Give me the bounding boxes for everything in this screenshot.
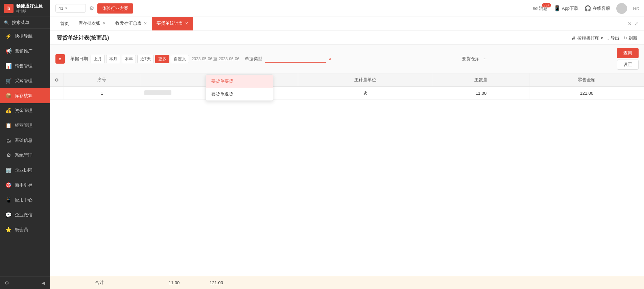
custom-btn[interactable]: 自定义	[171, 55, 189, 63]
topbar-gear-icon[interactable]: ⚙	[89, 5, 94, 12]
dropdown-item-order-return[interactable]: 要货单退货	[206, 88, 273, 101]
refresh-icon: ↻	[623, 36, 627, 41]
table-header-row: ⚙ 序号 商品 主计量单位 主数量 零售金额	[50, 73, 644, 87]
sidebar-logo: b 畅捷通好生意 标准版	[0, 0, 50, 17]
filter-settings-btn[interactable]: 设置	[617, 60, 639, 70]
date-btns: 上月 本月 本年 近7天 更多 自定义	[91, 55, 189, 63]
tab-receive-summary[interactable]: 收发存汇总表 ✕	[111, 17, 152, 30]
app-icon: 📱	[554, 5, 560, 12]
online-service-btn[interactable]: 🎧 在线客服	[585, 5, 610, 12]
sidebar-item-member[interactable]: ⭐ 畅会员	[0, 222, 50, 237]
industry-btn[interactable]: 体验行业方案	[97, 3, 133, 14]
sidebar-item-quick-nav[interactable]: ⚡ 快捷导航	[0, 29, 50, 44]
tab-order-stats[interactable]: 要货单统计表 ✕	[152, 17, 193, 30]
table-row: 1 块 11.00 121.00	[50, 87, 644, 100]
table-area: ⚙ 序号 商品 主计量单位 主数量 零售金额 1	[50, 73, 644, 276]
th-num: 序号	[64, 73, 140, 87]
sidebar-item-app-center[interactable]: 📱 应用中心	[0, 193, 50, 207]
td-amount: 121.00	[529, 87, 644, 100]
app-center-icon: 📱	[5, 196, 12, 204]
sidebar-item-guide[interactable]: 🎯 新手引导	[0, 178, 50, 193]
main-area: 41 ▾ ⚙ 体验行业方案 ✉ 消息 99+ 📱 App下载 🎧 在线客服 Ri…	[50, 0, 644, 289]
tab-inventory-batch[interactable]: 库存批次账 ✕	[74, 17, 111, 30]
guide-icon: 🎯	[5, 181, 12, 189]
expand-icon[interactable]: ⤢	[635, 21, 639, 26]
tabs-bar: 首页 库存批次账 ✕ 收发存汇总表 ✕ 要货单统计表 ✕ ✕ ⤢	[50, 17, 644, 30]
sidebar-nav: ⚡ 快捷导航 📢 营销推广 📊 销售管理 🛒 采购管理 📦 库存核算 💰 资金管…	[0, 29, 50, 276]
tab-close-inventory-batch[interactable]: ✕	[102, 21, 106, 26]
enterprise-icon: 🏢	[5, 166, 12, 174]
sidebar-item-inventory[interactable]: 📦 库存核算	[0, 88, 50, 103]
export-btn[interactable]: ↓ 导出	[607, 35, 620, 41]
dropdown-item-order-goods[interactable]: 要货单要货	[206, 75, 273, 88]
footer-label: 合计	[54, 280, 149, 286]
product-placeholder	[144, 90, 171, 95]
app-download-btn[interactable]: 📱 App下载	[554, 5, 578, 12]
sidebar-item-sales[interactable]: 📊 销售管理	[0, 59, 50, 73]
sidebar-item-basic-info[interactable]: 🗂 基础信息	[0, 133, 50, 148]
data-table: ⚙ 序号 商品 主计量单位 主数量 零售金额 1	[50, 73, 644, 100]
th-quantity: 主数量	[433, 73, 529, 87]
query-btn[interactable]: 查询	[617, 48, 639, 58]
topbar-left: 41 ▾ ⚙ 体验行业方案	[55, 3, 133, 14]
warehouse-filter-group: 要货仓库 ···	[462, 56, 486, 62]
sidebar-item-enterprise[interactable]: 🏢 企业协同	[0, 163, 50, 178]
sidebar-item-finance[interactable]: 💰 资金管理	[0, 103, 50, 118]
this-year-btn[interactable]: 本年	[122, 55, 136, 63]
print-btn[interactable]: 🖨 按模板打印 ▾	[572, 35, 603, 41]
username[interactable]: Rit	[633, 6, 639, 11]
td-gear	[50, 87, 64, 100]
company-selector[interactable]: 41 ▾	[55, 4, 86, 13]
last-7-btn[interactable]: 近7天	[137, 55, 154, 63]
th-unit: 主计量单位	[298, 73, 433, 87]
message-btn[interactable]: ✉ 消息 99+	[533, 5, 548, 12]
footer-quantity: 11.00	[149, 280, 199, 285]
search-icon: 🔍	[4, 20, 9, 25]
th-gear[interactable]: ⚙	[50, 73, 64, 87]
footer-amount: 121.00	[199, 280, 233, 285]
warehouse-label: 要货仓库	[462, 56, 479, 62]
sidebar-item-marketing[interactable]: 📢 营销推广	[0, 44, 50, 59]
message-icon: ✉	[533, 5, 538, 12]
collapse-btn[interactable]: ◀	[42, 280, 45, 286]
date-filter-label: 单据日期	[70, 56, 88, 62]
date-filter-group: 单据日期 上月 本月 本年 近7天 更多 自定义 2023-05-06 至 20…	[70, 55, 239, 63]
finance-icon: 💰	[5, 107, 12, 114]
page-header: 要货单统计表(按商品) 🖨 按模板打印 ▾ ↓ 导出 ↻ 刷新	[50, 30, 644, 45]
type-filter-label: 单据类型	[245, 56, 262, 62]
page-inner: 要货单统计表(按商品) 🖨 按模板打印 ▾ ↓ 导出 ↻ 刷新	[50, 30, 644, 289]
sidebar-item-system[interactable]: ⚙ 系统管理	[0, 148, 50, 163]
refresh-btn[interactable]: ↻ 刷新	[623, 35, 637, 41]
sidebar-item-wechat[interactable]: 💬 企业微信	[0, 207, 50, 222]
td-quantity: 11.00	[433, 87, 529, 100]
wechat-icon: 💬	[5, 211, 12, 219]
date-range-display: 2023-05-06 至 2023-06-06	[192, 56, 239, 62]
th-amount: 零售金额	[529, 73, 644, 87]
settings-icon[interactable]: ⚙	[5, 280, 9, 286]
message-badge: 99+	[542, 3, 551, 7]
type-select-arrow[interactable]: ∧	[329, 57, 332, 61]
purchase-icon: 🛒	[5, 77, 12, 85]
table-body: 1 块 11.00 121.00	[50, 87, 644, 100]
filter-more-icon[interactable]: ···	[482, 56, 486, 62]
type-dropdown: 要货单要货 要货单退货	[206, 74, 273, 101]
selector-arrow: ▾	[65, 6, 67, 10]
sidebar-item-purchase[interactable]: 🛒 采购管理	[0, 73, 50, 88]
tab-close-receive-summary[interactable]: ✕	[144, 21, 147, 26]
tab-close-order-stats[interactable]: ✕	[185, 21, 188, 26]
close-all-icon[interactable]: ✕	[628, 21, 632, 26]
operation-icon: 📋	[5, 122, 12, 129]
filter-expand-btn[interactable]: »	[55, 54, 65, 64]
logo-text: 畅捷通好生意 标准版	[16, 3, 43, 14]
this-month-btn[interactable]: 本月	[106, 55, 120, 63]
avatar[interactable]	[616, 3, 627, 14]
sidebar: b 畅捷通好生意 标准版 🔍 搜索菜单 ⚡ 快捷导航 📢 营销推广 📊 销售管理…	[0, 0, 50, 289]
prev-month-btn[interactable]: 上月	[91, 55, 105, 63]
type-select[interactable]	[265, 55, 326, 63]
td-unit: 块	[298, 87, 433, 100]
more-btn[interactable]: 更多	[155, 55, 169, 63]
sidebar-search[interactable]: 🔍 搜索菜单	[0, 17, 50, 29]
tab-home[interactable]: 首页	[55, 17, 74, 30]
logo-icon: b	[4, 4, 14, 13]
sidebar-item-operation[interactable]: 📋 经营管理	[0, 118, 50, 133]
